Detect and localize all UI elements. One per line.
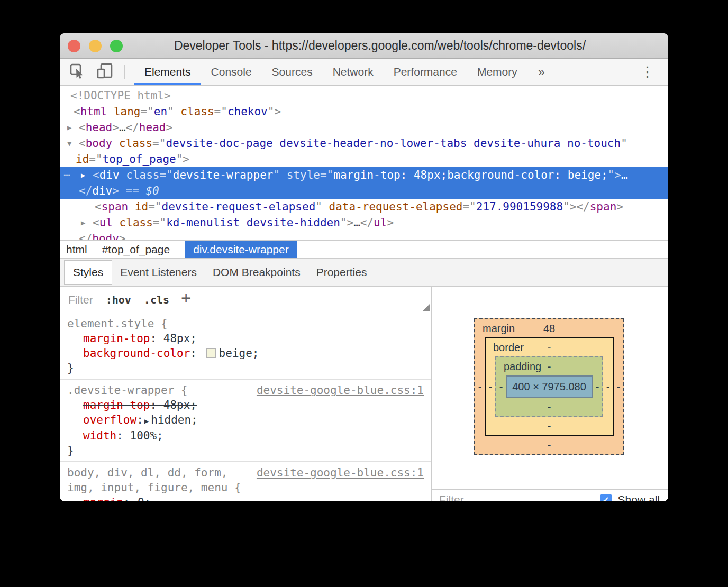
property-space (157, 332, 163, 345)
dom-tree-line[interactable]: id="top_of_page"> (60, 151, 668, 167)
style-property[interactable]: margin-top: 48px; (60, 331, 431, 346)
sidebar-tab-event-listeners[interactable]: Event Listeners (112, 259, 205, 286)
property-value[interactable]: hidden (151, 414, 191, 426)
box-model-border[interactable]: border - - padding - (485, 337, 614, 436)
expand-value-icon[interactable]: ▶ (131, 499, 135, 501)
property-semicolon: ; (144, 496, 151, 501)
margin-right-value[interactable]: - (614, 381, 623, 393)
property-value[interactable]: 0 (138, 496, 144, 501)
computed-filter-input[interactable]: Filter (439, 493, 464, 501)
padding-bottom-value[interactable]: - (496, 398, 602, 416)
show-all-checkbox[interactable]: ✓ (600, 494, 612, 502)
dom-tree-line[interactable]: <html lang="en" class="chekov"> (60, 104, 668, 120)
property-name[interactable]: background-color (83, 347, 190, 360)
code-token: < (93, 216, 99, 229)
code-token: devsite-doc-page devsite-header-no-lower… (166, 137, 621, 150)
twisty-icon[interactable]: ▶ (81, 215, 85, 231)
twisty-icon[interactable]: ▶ (81, 167, 85, 183)
property-value[interactable]: 48px (163, 332, 190, 345)
sidebar-tab-dom-breakpoints[interactable]: DOM Breakpoints (205, 259, 308, 286)
code-token (107, 105, 114, 118)
inspect-element-button[interactable] (69, 59, 85, 85)
style-property[interactable]: margin:▶0; (60, 495, 431, 501)
code-token: > (387, 216, 394, 229)
expand-value-icon[interactable]: ▶ (144, 417, 149, 425)
rule-selector[interactable]: body, div, dl, dd, form, (67, 465, 228, 480)
stylesheet-link[interactable]: devsite-google-blue.css:1 (257, 465, 424, 480)
main-toolbar: ElementsConsoleSourcesNetworkPerformance… (60, 59, 668, 86)
new-style-rule-button[interactable]: + (181, 291, 191, 305)
twisty-icon[interactable]: ▶ (67, 120, 71, 135)
property-colon: : (150, 332, 157, 345)
stylesheet-link[interactable]: devsite-google-blue.css:1 (257, 383, 424, 398)
box-model-padding[interactable]: padding - - 400 × 7975.080 - - (495, 356, 603, 417)
border-left-value[interactable]: - (486, 381, 495, 393)
rule-selector[interactable]: element.style { (67, 316, 168, 331)
device-toolbar-button[interactable] (97, 59, 113, 85)
color-swatch[interactable] (206, 348, 216, 358)
rule-selector[interactable]: img, input, figure, menu { (67, 480, 241, 495)
padding-right-value[interactable]: - (593, 381, 602, 393)
kebab-menu-icon[interactable]: ⋮ (626, 59, 668, 85)
property-value[interactable]: 100% (130, 429, 157, 442)
breadcrumb-item[interactable]: div.devsite-wrapper (185, 241, 297, 258)
property-name[interactable]: margin (83, 496, 123, 501)
tab-memory[interactable]: Memory (467, 59, 527, 85)
tab-network[interactable]: Network (323, 59, 384, 85)
lower-content: Filter :hov .cls + element.style {margin… (60, 287, 668, 501)
style-property[interactable]: overflow:▶hidden; (60, 412, 431, 428)
sidebar-tabs: StylesEvent ListenersDOM BreakpointsProp… (60, 258, 668, 287)
dom-tree-line[interactable]: <span id="devsite-request-elapsed" data-… (60, 199, 668, 215)
style-property[interactable]: background-color: beige; (60, 346, 431, 361)
overflow-dots-icon[interactable]: ⋯ (63, 167, 71, 183)
tab-elements[interactable]: Elements (134, 59, 201, 85)
dom-tree-line[interactable]: ▶<ul class="kd-menulist devsite-hidden">… (60, 215, 668, 231)
code-token: =" (152, 137, 166, 150)
border-bottom-value[interactable]: - (486, 417, 613, 435)
dom-tree-line[interactable]: ▼<body class="devsite-doc-page devsite-h… (60, 135, 668, 151)
code-token: "> (176, 153, 189, 166)
margin-bottom-value[interactable]: - (475, 436, 623, 454)
code-token: div (92, 185, 112, 197)
zoom-window-button[interactable] (110, 40, 123, 52)
property-name[interactable]: overflow (83, 414, 136, 426)
style-property[interactable]: width: 100%; (60, 428, 431, 443)
style-property[interactable]: margin-top: 48px; (60, 398, 431, 412)
dom-tree-line[interactable]: <!DOCTYPE html> (60, 88, 668, 104)
close-window-button[interactable] (68, 40, 80, 52)
dom-tree-line[interactable]: ⋯▶<div class="devsite-wrapper" style="ma… (60, 167, 668, 183)
toggle-class-button[interactable]: .cls (144, 294, 169, 306)
breadcrumb-item[interactable]: #top_of_page (102, 241, 170, 258)
toggle-hover-button[interactable]: :hov (106, 294, 131, 306)
styles-filter-input[interactable]: Filter (68, 294, 93, 306)
property-name[interactable]: margin-top (83, 332, 150, 345)
dom-tree-line[interactable]: </body> (60, 231, 668, 240)
resize-grip-icon[interactable] (423, 304, 430, 311)
tab-console[interactable]: Console (201, 59, 262, 85)
property-name[interactable]: margin-top (83, 399, 150, 411)
tab-performance[interactable]: Performance (384, 59, 467, 85)
code-token: > (119, 232, 126, 240)
border-right-value[interactable]: - (603, 381, 613, 393)
tab-sources[interactable]: Sources (262, 59, 323, 85)
rule-selector[interactable]: .devsite-wrapper { (67, 383, 188, 398)
code-token: > (166, 121, 172, 134)
sidebar-tab-styles[interactable]: Styles (64, 260, 112, 285)
code-token: == (119, 185, 146, 197)
breadcrumb-item[interactable]: html (66, 241, 87, 258)
property-value[interactable]: beige (219, 347, 252, 360)
sidebar-tab-properties[interactable]: Properties (308, 259, 375, 286)
more-tabs-button[interactable]: » (527, 59, 556, 85)
property-value[interactable]: 48px (163, 399, 190, 411)
twisty-icon[interactable]: ▼ (67, 135, 71, 151)
padding-left-value[interactable]: - (496, 381, 506, 393)
property-colon: : (190, 347, 197, 360)
box-model-margin[interactable]: margin 48 - border - - (474, 318, 624, 455)
property-colon: : (123, 496, 130, 501)
dom-tree-line[interactable]: </div> == $0 (60, 183, 668, 199)
property-name[interactable]: width (83, 429, 116, 442)
box-model-content[interactable]: 400 × 7975.080 (506, 375, 593, 398)
margin-left-value[interactable]: - (475, 381, 485, 393)
dom-tree-line[interactable]: ▶<head>…</head> (60, 120, 668, 135)
minimize-window-button[interactable] (89, 40, 102, 52)
